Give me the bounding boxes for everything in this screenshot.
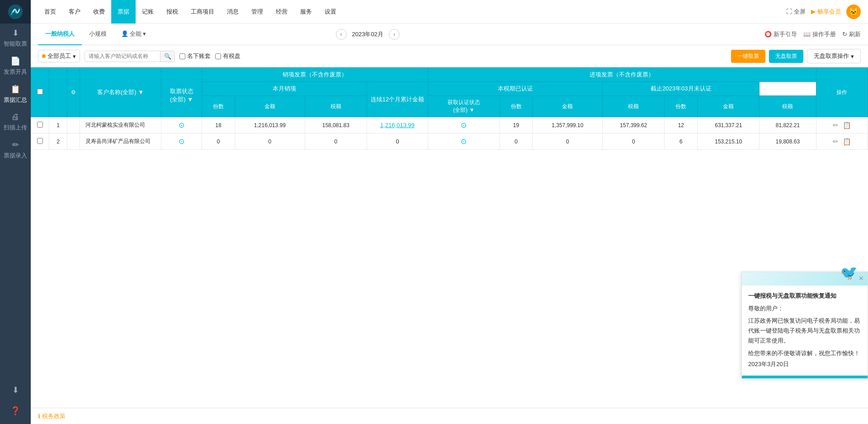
- nav-customer[interactable]: 客户: [62, 0, 87, 24]
- row-checkbox[interactable]: [37, 138, 43, 144]
- guide-icon: ⭕: [764, 31, 772, 38]
- nav-settings[interactable]: 设置: [318, 0, 343, 24]
- search-input[interactable]: [85, 51, 160, 61]
- th-fetch-status[interactable]: 取票状态(全部) ▼: [161, 68, 202, 117]
- fetch-status-icon: ⊙: [179, 121, 184, 129]
- cumulative-link[interactable]: 1,216,013.99: [380, 122, 415, 129]
- topnav-right: ⛶ 全屏 ▶ 畅享会员 🐱: [786, 5, 861, 19]
- checkbox-sub-account-input[interactable]: [179, 53, 185, 59]
- next-period-btn[interactable]: ›: [389, 29, 400, 40]
- vip-icon: ▶: [811, 8, 816, 15]
- tax-policy-link[interactable]: ℹ 税务政策: [38, 412, 66, 420]
- avatar[interactable]: 🐱: [846, 5, 861, 19]
- info-icon: ℹ: [38, 413, 40, 419]
- nav-bookkeeping[interactable]: 记账: [136, 0, 160, 24]
- dl-icon: ⬇: [12, 385, 19, 395]
- nav-business[interactable]: 工商项目: [184, 0, 221, 24]
- sidebar-logo: [0, 0, 31, 24]
- th-uncert-amount: 金额: [698, 96, 760, 117]
- no-disk-ops-btn[interactable]: 无盘取票操作 ▾: [807, 49, 861, 63]
- nav-message[interactable]: 消息: [221, 0, 245, 24]
- sidebar-item-download[interactable]: ⬇: [0, 381, 31, 399]
- th-month-count: 份数: [202, 96, 235, 117]
- sidebar-item-invoice-summary[interactable]: 📋 票据汇总: [0, 80, 31, 108]
- row-uncert-amount: 153,215.10: [698, 133, 760, 150]
- row-checkbox-cell[interactable]: [31, 133, 49, 150]
- toolbar: 全部员工 ▾ 🔍 名下账套 有税盘 一键取票 无盘取票: [31, 45, 868, 67]
- sidebar-item-scan-upload[interactable]: 🖨 扫描上传: [0, 108, 31, 135]
- edit-icon[interactable]: ✏: [833, 138, 839, 145]
- subtab-small-scale[interactable]: 小规模: [82, 24, 114, 45]
- topnav: 首页 客户 收费 票据 记账 报税 工商项目 消息 管理 经营 服务 设置 ⛶ …: [31, 0, 868, 24]
- nav-invoice[interactable]: 票据: [111, 0, 136, 24]
- period-label: 2023年02月: [352, 30, 383, 38]
- no-disk-fetch-btn[interactable]: 无盘取票: [769, 50, 803, 63]
- row-month-amount: 0: [235, 133, 305, 150]
- row-actions: ✏ 📋: [816, 133, 868, 150]
- cumulative-link: 0: [396, 138, 399, 145]
- new-guide-btn[interactable]: ⭕ 新手引导: [764, 30, 797, 38]
- subtabs-bar: 一般纳税人 小规模 👤 全能 ▾ ‹ 2023年02月 › ⭕ 新手引导: [31, 24, 868, 45]
- nav-billing[interactable]: 收费: [87, 0, 111, 24]
- row-uncert-amount: 631,337.21: [698, 117, 760, 133]
- prev-period-btn[interactable]: ‹: [336, 29, 347, 40]
- chevron-down-icon: ▾: [143, 30, 146, 37]
- sidebar-item-invoice-open[interactable]: 📄 发票开具: [0, 52, 31, 80]
- sidebar-bottom: ⬇ ❓: [0, 381, 31, 424]
- row-num: 2: [49, 133, 67, 150]
- th-sales-group: 销项发票（不含作废票）: [202, 68, 428, 82]
- row-checkbox[interactable]: [37, 122, 43, 128]
- checkbox-tax-disk[interactable]: 有税盘: [215, 52, 241, 60]
- employee-select[interactable]: 全部员工 ▾: [38, 50, 80, 62]
- row-period-amount: 1,357,999.10: [533, 117, 603, 133]
- checkbox-tax-disk-input[interactable]: [215, 53, 221, 59]
- checkbox-sub-account[interactable]: 名下账套: [179, 52, 211, 60]
- sidebar-item-help[interactable]: ❓: [0, 401, 31, 419]
- nav-operations[interactable]: 经营: [269, 0, 294, 24]
- th-purchase-group: 进项发票（不含作废票）: [428, 68, 816, 82]
- one-click-fetch-btn[interactable]: 一键取票: [731, 50, 765, 63]
- notification-salutation: 尊敬的用户：: [748, 304, 861, 314]
- search-box: 🔍: [85, 51, 175, 62]
- sidebar-item-smart-fetch[interactable]: ⬇ 智能取票: [0, 24, 31, 52]
- row-cumulative: 1,216,013.99: [367, 117, 428, 133]
- invoice-icon: 📄: [10, 56, 20, 66]
- copy-icon[interactable]: 📋: [843, 121, 851, 129]
- th-num: [49, 68, 67, 117]
- nav-tax[interactable]: 报税: [160, 0, 184, 24]
- row-cert-status: ⊙: [428, 133, 500, 150]
- nav-home[interactable]: 首页: [38, 0, 62, 24]
- notification-body-text: 江苏政务网已恢复访问电子税务局功能，易代账一键登陆电子税务局与无盘取票相关功能可…: [748, 316, 861, 346]
- summary-icon: 📋: [10, 84, 20, 94]
- manual-btn[interactable]: 📖 操作手册: [803, 30, 836, 38]
- scan-icon: 🖨: [11, 112, 19, 122]
- subtab-all[interactable]: 👤 全能 ▾: [114, 24, 153, 45]
- vip-btn[interactable]: ▶ 畅享会员: [811, 8, 841, 16]
- select-all-checkbox[interactable]: [37, 89, 43, 95]
- row-cert-status: ⊙: [428, 117, 500, 133]
- search-button[interactable]: 🔍: [160, 51, 175, 62]
- sidebar: ⬇ 智能取票 📄 发票开具 📋 票据汇总 🖨 扫描上传 ✏ 票据录入 ⬇ ❓: [0, 0, 31, 424]
- row-actions: ✏ 📋: [816, 117, 868, 133]
- th-month-tax: 税额: [305, 96, 367, 117]
- row-month-tax: 0: [305, 133, 367, 150]
- row-fetch-status: ⊙: [161, 117, 202, 133]
- th-cert-status[interactable]: 获取认证状态(全部) ▼: [428, 96, 500, 117]
- nav-services[interactable]: 服务: [294, 0, 318, 24]
- refresh-btn[interactable]: ↻ 刷新: [842, 30, 861, 38]
- bottom-bar: ℹ 税务政策: [31, 408, 868, 424]
- th-uncert-tax: 税额: [760, 96, 816, 117]
- fullscreen-btn[interactable]: ⛶ 全屏: [786, 8, 806, 16]
- th-checkbox[interactable]: [31, 68, 49, 117]
- invoice-table: ⚙ 客户名称(全部) ▼ 取票状态(全部) ▼ 销项发票（不含作废票） 进项发票…: [31, 67, 868, 150]
- sidebar-item-invoice-entry[interactable]: ✏ 票据录入: [0, 135, 31, 163]
- subtab-general-taxpayer[interactable]: 一般纳税人: [38, 24, 82, 45]
- edit-icon[interactable]: ✏: [833, 121, 839, 129]
- row-checkbox-cell[interactable]: [31, 117, 49, 133]
- th-customer[interactable]: 客户名称(全部) ▼: [80, 68, 161, 117]
- row-period-count: 19: [500, 117, 533, 133]
- row-fetch-status: ⊙: [161, 133, 202, 150]
- copy-icon[interactable]: 📋: [843, 138, 851, 145]
- nav-management[interactable]: 管理: [245, 0, 269, 24]
- table-row: 2 灵寿县尚泽矿产品有限公司 ⊙ 0 0 0 0 ⊙ 0 0 0 6 153,2…: [31, 133, 868, 150]
